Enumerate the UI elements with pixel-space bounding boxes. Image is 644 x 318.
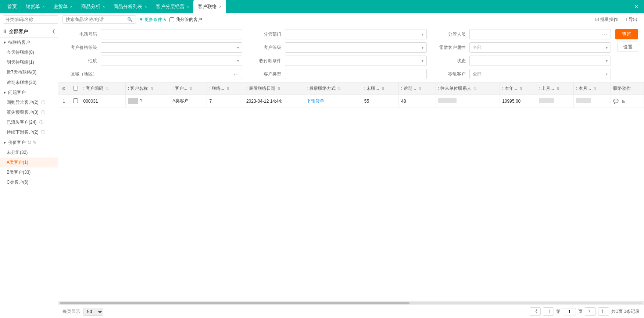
tab-analysis-list[interactable]: 商品分析列表 ×: [109, 0, 151, 13]
filter-row-4: 区域（地区） ··· 客户类型: [64, 69, 611, 79]
input-cust-type[interactable]: [285, 69, 426, 79]
sidebar-item-today[interactable]: 今天待联络(0): [0, 47, 58, 57]
sidebar-collapse-icon[interactable]: 《: [50, 28, 55, 35]
sidebar-item-b-class[interactable]: B类客户(33): [0, 167, 58, 177]
chevron-payment-icon: ▾: [422, 59, 423, 63]
query-button[interactable]: 查询: [615, 29, 638, 39]
sidebar-item-7days[interactable]: 近7天待联络(0): [0, 67, 58, 77]
select-nature[interactable]: ▾: [101, 56, 242, 66]
batch-ops-button[interactable]: ☑ 批量操作: [593, 16, 620, 24]
gear-icon[interactable]: ⚙: [62, 86, 66, 91]
row-no-contact: 55: [362, 95, 399, 107]
col-code-header: : 客户编码 ⇅: [81, 82, 125, 95]
label-cust-level: 客户等级: [248, 45, 285, 51]
sidebar-section-problem[interactable]: ▼ 问题客户: [0, 88, 58, 98]
sort-lastmethod-icon[interactable]: ⇅: [338, 86, 341, 91]
search-box: 🔍: [62, 15, 136, 24]
sort-type-icon[interactable]: ⇅: [190, 86, 193, 91]
last-method-link[interactable]: 下销货单: [307, 98, 324, 103]
sort-unitcontact-icon[interactable]: ⇅: [474, 86, 477, 91]
close-analysis-list-icon[interactable]: ×: [144, 4, 147, 9]
my-customer-check[interactable]: [169, 17, 174, 22]
sidebar-item-churn-warning[interactable]: 流失预警客户(3) ⓘ: [0, 107, 58, 117]
value-refresh-icon[interactable]: ↻: [27, 139, 32, 145]
sort-thisyear-icon[interactable]: ⇅: [519, 86, 522, 91]
horizontal-scrollbar[interactable]: [58, 301, 644, 305]
sort-name-icon[interactable]: ⇅: [150, 86, 153, 91]
tab-analysis[interactable]: 商品分析 ×: [77, 0, 109, 13]
close-analysis-icon[interactable]: ×: [103, 4, 105, 9]
sidebar-section-pending[interactable]: ▼ 待联络客户: [0, 38, 58, 47]
main-search-icon[interactable]: 🔍: [127, 17, 133, 22]
sort-lastmonth-icon[interactable]: ⇅: [557, 86, 559, 91]
sidebar-item-churned[interactable]: 已流失客户(24) ⓘ: [0, 117, 58, 127]
sidebar-item-a-class[interactable]: A类客户(1): [0, 158, 58, 167]
first-page-button[interactable]: 《: [530, 307, 541, 316]
next-page-button[interactable]: 〉: [585, 307, 596, 316]
sort-nocontact-icon[interactable]: ⇅: [382, 86, 384, 91]
my-customer-checkbox[interactable]: 我分管的客户: [169, 17, 202, 23]
chevron-nature-icon: ▾: [237, 59, 239, 63]
label-status: 状态: [433, 58, 469, 64]
input-phone[interactable]: [101, 29, 242, 39]
sidebar-search-input[interactable]: [3, 15, 63, 24]
tab-sales[interactable]: 销货单 ×: [21, 0, 49, 13]
select-payment[interactable]: ▾: [285, 56, 426, 66]
chat-action-icon[interactable]: 💬: [613, 99, 619, 104]
tab-home[interactable]: 首页: [3, 0, 21, 13]
arrow-pending-icon: ▼: [3, 40, 7, 45]
select-cust-level[interactable]: ▾: [285, 42, 426, 53]
select-all-checkbox[interactable]: [73, 86, 78, 91]
prev-page-button[interactable]: 〈: [543, 307, 554, 316]
grid-action-icon[interactable]: ⊞: [622, 99, 626, 104]
nav-close-button[interactable]: ×: [632, 2, 641, 11]
sidebar-item-overdue[interactable]: 逾期未联络(30): [0, 78, 58, 88]
field-cust-level: 客户等级 ▾: [248, 42, 426, 53]
sort-contact-icon[interactable]: ⇅: [226, 86, 229, 91]
content-area: 🔍 ▼ 更多条件 ∧ 我分管的客户 ☑ 批量操作 ↑ 导出: [58, 13, 644, 318]
sort-thismonth-icon[interactable]: ⇅: [593, 86, 596, 91]
sidebar-item-repurchase-anomaly[interactable]: 回购异常客户(2) ⓘ: [0, 98, 58, 107]
this-month-placeholder: [576, 98, 591, 103]
row-checkbox[interactable]: [73, 98, 78, 103]
select-retail-cust[interactable]: 全部 ▾: [469, 69, 611, 79]
select-person[interactable]: ···: [469, 29, 611, 39]
sidebar-item-tomorrow[interactable]: 明天待联络(1): [0, 57, 58, 67]
sidebar-item-ungrouped[interactable]: 未分组(32): [0, 148, 58, 158]
value-edit-icon[interactable]: ✎: [32, 139, 37, 145]
export-button[interactable]: ↑ 导出: [623, 16, 640, 24]
select-dept[interactable]: ▾: [285, 29, 426, 39]
sidebar-item-declining[interactable]: 持续下滑客户(2) ⓘ: [0, 127, 58, 137]
close-customer-tier-icon[interactable]: ×: [187, 4, 189, 9]
tab-customer-contact[interactable]: 客户联络 ×: [193, 0, 226, 13]
select-status[interactable]: ▾: [469, 56, 611, 66]
select-price-level[interactable]: ▾: [101, 42, 242, 53]
select-region[interactable]: ···: [101, 69, 242, 79]
help-churn-warning-icon[interactable]: ⓘ: [41, 110, 45, 114]
close-sales-icon[interactable]: ×: [42, 4, 44, 9]
help-churned-icon[interactable]: ⓘ: [39, 120, 43, 124]
label-nature: 性质: [64, 58, 101, 64]
close-purchase-icon[interactable]: ×: [70, 4, 72, 9]
last-page-button[interactable]: 》: [598, 307, 609, 316]
scrollbar-thumb[interactable]: [60, 302, 409, 304]
sort-lastdate-icon[interactable]: ⇅: [278, 86, 280, 91]
sort-code-icon[interactable]: ⇅: [106, 86, 109, 91]
tab-purchase[interactable]: 进货单 ×: [49, 0, 76, 13]
close-customer-contact-icon[interactable]: ×: [219, 4, 221, 9]
help-repurchase-icon[interactable]: ⓘ: [41, 100, 45, 105]
sort-overdue-icon[interactable]: ⇅: [418, 86, 421, 91]
chevron-more-icon: ∧: [163, 17, 167, 22]
help-declining-icon[interactable]: ⓘ: [41, 130, 45, 134]
sidebar-item-c-class[interactable]: C类客户(6): [0, 177, 58, 187]
select-retail-attr[interactable]: 全部 ▾: [469, 42, 611, 53]
customer-avatar: [128, 98, 138, 104]
page-size-select[interactable]: 50 100 200: [83, 308, 103, 316]
tab-customer-tier[interactable]: 客户分层经营 ×: [151, 0, 193, 13]
main-search-input[interactable]: [66, 17, 127, 22]
sidebar-section-value[interactable]: ▼ 价值客户 ↻ ✎: [0, 138, 58, 148]
settings-button[interactable]: 设置: [618, 42, 638, 52]
sidebar: 🔍 ⠿ 全部客户 《 ▼ 待联络客户 今天待联络(0) 明天待联络(1) 近7天…: [0, 13, 58, 318]
page-number-input[interactable]: [563, 308, 576, 315]
more-conditions-button[interactable]: ▼ 更多条件 ∧: [139, 17, 167, 23]
